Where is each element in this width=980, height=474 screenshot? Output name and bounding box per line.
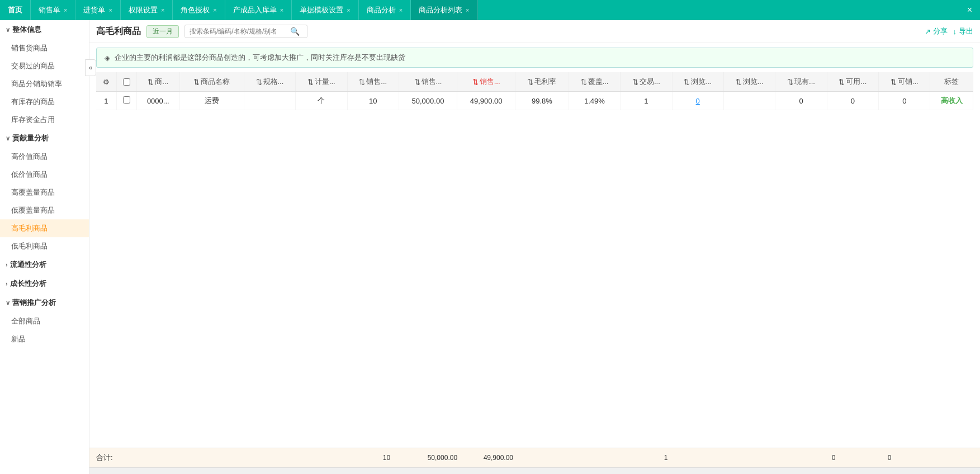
col-gross-margin[interactable]: ⇅毛利率 [515, 72, 569, 92]
table-row: 1 0000... 运费 个 10 50,000.00 49,900.00 99… [96, 92, 973, 110]
header-actions: ↗ 分享 ↓ 导出 [925, 26, 974, 36]
export-button[interactable]: ↓ 导出 [953, 26, 974, 36]
cell-view1[interactable]: 0 [672, 92, 723, 110]
content-header: 高毛利商品 近一月 🔍 ↗ 分享 ↓ 导出 [89, 20, 980, 43]
table-footer: 合计: 10 50,000.00 49,900.00 1 0 0 [89, 448, 980, 467]
export-icon: ↓ [953, 27, 957, 36]
share-icon: ↗ [925, 27, 931, 36]
col-view2[interactable]: ⇅浏览... [723, 72, 775, 92]
tab-home-label: 首页 [8, 5, 22, 15]
sidebar-section-contribution[interactable]: ∨ 贡献量分析 [0, 129, 89, 148]
expand-icon: › [6, 261, 8, 268]
tab-product-inbound[interactable]: 产成品入库单 × [225, 0, 292, 20]
sidebar-item-sales-goods[interactable]: 销售货商品 [0, 39, 89, 57]
cell-current-stock: 0 [775, 92, 827, 110]
tab-label: 角色授权 [181, 5, 210, 15]
close-icon[interactable]: × [213, 7, 216, 13]
close-icon[interactable]: × [108, 7, 112, 13]
table-container[interactable]: ⚙ ⇅商... ⇅商品名称 ⇅规格... [89, 72, 980, 448]
expand-icon: › [6, 280, 8, 287]
tab-template-settings[interactable]: 单据模板设置 × [292, 0, 358, 20]
content-area: 高毛利商品 近一月 🔍 ↗ 分享 ↓ 导出 ◈ 企业的主要的利润都是这部分商品创… [89, 20, 980, 474]
col-checkbox[interactable] [116, 72, 136, 92]
cell-spec [244, 92, 295, 110]
row-checkbox[interactable] [123, 96, 130, 104]
col-sellable[interactable]: ⇅可销... [879, 72, 930, 92]
footer-sales-qty: 10 [358, 454, 414, 462]
col-available[interactable]: ⇅可用... [827, 72, 878, 92]
sidebar-item-stock-capital[interactable]: 库存资金占用 [0, 111, 89, 129]
close-icon[interactable]: × [347, 7, 350, 13]
col-tag[interactable]: 标签 [930, 72, 973, 92]
tab-label: 销售单 [39, 5, 60, 15]
col-spec[interactable]: ⇅规格... [244, 72, 295, 92]
cell-sales-qty: 10 [347, 92, 399, 110]
sidebar-item-in-stock[interactable]: 有库存的商品 [0, 93, 89, 111]
col-sales-qty[interactable]: ⇅销售... [347, 72, 399, 92]
sidebar-item-distribution-rate[interactable]: 商品分销助销率 [0, 75, 89, 93]
window-close-button[interactable]: × [959, 5, 980, 15]
sidebar-section-growth[interactable]: › 成长性分析 [0, 274, 89, 293]
filter-month-button[interactable]: 近一月 [146, 25, 179, 38]
footer-sales-amount: 50,000.00 [414, 454, 470, 462]
footer-label: 合计: [96, 453, 113, 463]
col-code[interactable]: ⇅商... [136, 72, 180, 92]
tab-permission-settings[interactable]: 权限设置 × [121, 0, 173, 20]
search-input[interactable] [190, 27, 290, 35]
col-coverage[interactable]: ⇅覆盖... [569, 72, 620, 92]
col-transaction[interactable]: ⇅交易... [621, 72, 672, 92]
cell-coverage: 1.49% [569, 92, 620, 110]
tab-sales-order[interactable]: 销售单 × [31, 0, 75, 20]
sidebar-item-low-coverage[interactable]: 低覆盖量商品 [0, 201, 89, 219]
col-sales-amount[interactable]: ⇅销售... [399, 72, 457, 92]
select-all-checkbox[interactable] [123, 78, 130, 86]
col-sales-profit[interactable]: ⇅销售... [457, 72, 515, 92]
sidebar-section-circulation[interactable]: › 流通性分析 [0, 255, 89, 274]
tab-product-analysis[interactable]: 商品分析 × [359, 0, 411, 20]
close-icon[interactable]: × [280, 7, 283, 13]
search-box: 🔍 [184, 25, 307, 38]
tab-product-analysis-list[interactable]: 商品分析列表 × [411, 0, 477, 20]
col-settings[interactable]: ⚙ [96, 72, 116, 92]
sidebar-item-high-value[interactable]: 高价值商品 [0, 148, 89, 166]
col-current-stock[interactable]: ⇅现有... [775, 72, 827, 92]
sidebar-item-all-goods[interactable]: 全部商品 [0, 312, 89, 330]
sidebar-collapse-button[interactable]: « [85, 59, 96, 76]
col-unit[interactable]: ⇅计量... [296, 72, 347, 92]
tab-home[interactable]: 首页 [0, 0, 31, 20]
tab-purchase-order[interactable]: 进货单 × [75, 0, 120, 20]
footer-current-stock: 0 [806, 454, 861, 462]
sidebar-item-low-value[interactable]: 低价值商品 [0, 166, 89, 184]
main-area: ∨ 整体信息 销售货商品 交易过的商品 商品分销助销率 有库存的商品 库存资金占… [0, 20, 980, 474]
share-button[interactable]: ↗ 分享 [925, 26, 948, 36]
sidebar-item-high-coverage[interactable]: 高覆盖量商品 [0, 184, 89, 201]
sidebar-item-low-margin[interactable]: 低毛利商品 [0, 237, 89, 255]
sidebar-item-high-margin[interactable]: 高毛利商品 [0, 219, 89, 237]
close-icon[interactable]: × [399, 7, 403, 13]
sidebar-section-marketing[interactable]: ∨ 营销推广分析 [0, 293, 89, 312]
search-icon[interactable]: 🔍 [290, 27, 300, 36]
info-banner: ◈ 企业的主要的利润都是这部分商品创造的，可考虑加大推广，同时关注库存是不要出现… [96, 48, 973, 68]
tab-bar: 首页 销售单 × 进货单 × 权限设置 × 角色授权 × 产成品入库单 × 单据… [0, 0, 980, 20]
section-label: 整体信息 [12, 25, 41, 35]
footer-transaction: 1 [638, 454, 694, 462]
sidebar-item-traded-goods[interactable]: 交易过的商品 [0, 57, 89, 75]
col-view1[interactable]: ⇅浏览... [672, 72, 723, 92]
col-name[interactable]: ⇅商品名称 [180, 72, 244, 92]
close-icon[interactable]: × [64, 7, 67, 13]
close-icon[interactable]: × [466, 7, 469, 13]
horizontal-scrollbar[interactable] [89, 467, 980, 474]
section-label: 成长性分析 [10, 279, 46, 289]
cell-name: 运费 [180, 92, 244, 110]
sidebar-item-new-goods[interactable]: 新品 [0, 330, 89, 348]
expand-icon: ∨ [6, 299, 10, 307]
tab-label: 进货单 [83, 5, 105, 15]
table-header-row: ⚙ ⇅商... ⇅商品名称 ⇅规格... [96, 72, 973, 92]
cell-sellable: 0 [879, 92, 930, 110]
data-table: ⚙ ⇅商... ⇅商品名称 ⇅规格... [96, 72, 973, 110]
tab-role-auth[interactable]: 角色授权 × [173, 0, 225, 20]
tab-label: 产成品入库单 [233, 5, 277, 15]
sidebar-section-overview[interactable]: ∨ 整体信息 [0, 20, 89, 39]
cell-checkbox[interactable] [116, 92, 136, 110]
close-icon[interactable]: × [161, 7, 164, 13]
